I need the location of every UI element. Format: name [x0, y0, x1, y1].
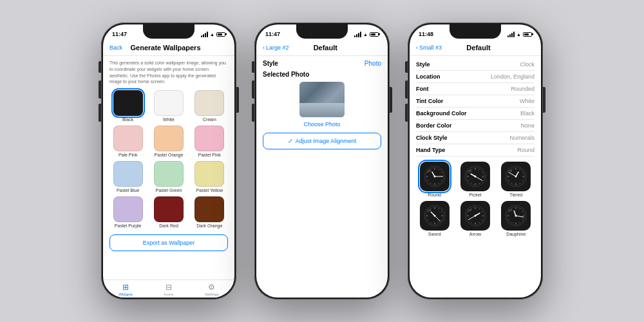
color-item[interactable]: Pastel Purple [109, 196, 146, 228]
power-button-3[interactable] [543, 87, 545, 113]
style-value[interactable]: Photo [365, 60, 381, 67]
settings-value: Numerals [509, 135, 535, 141]
color-item[interactable]: Pale Pink [109, 126, 146, 157]
color-label: White [163, 117, 175, 122]
color-item[interactable]: Pastel Yellow [191, 161, 228, 193]
color-label: Pastel Green [156, 188, 182, 193]
phone-2: 11:47 ▲ ‹ Large #2 Default [254, 23, 390, 299]
clock-style-item[interactable]: LDN Picket [457, 162, 493, 197]
adjust-icon: ⤢ [288, 138, 293, 144]
adjust-alignment-button[interactable]: ⤢ Adjust Image Alignment [263, 133, 381, 149]
clock-face: LDN [420, 201, 450, 231]
clock-face: LDN [501, 162, 531, 191]
vol-up-button-2[interactable] [252, 80, 254, 99]
clock-style-item[interactable]: LDN Tiered [498, 162, 535, 197]
color-item[interactable]: Cream [191, 90, 228, 122]
status-time-2: 11:47 [265, 31, 280, 37]
color-label: Pastel Orange [155, 153, 184, 157]
export-button[interactable]: Export as Wallpaper [109, 234, 228, 251]
notch [143, 24, 194, 39]
settings-label: Location [416, 73, 440, 80]
vol-down-button[interactable] [99, 104, 101, 122]
color-item[interactable]: Pastel Orange [150, 126, 187, 157]
color-item[interactable]: Pastel Pink [191, 126, 228, 157]
phone-3: 11:48 ▲ ‹ Small #3 Default StyleClo [408, 23, 543, 299]
svg-text:LDN: LDN [468, 209, 471, 212]
tab-bar-1: ⊞Widgets⊟Icons⚙Settings [103, 279, 234, 298]
phone-3-screen: 11:48 ▲ ‹ Small #3 Default StyleClo [410, 24, 541, 298]
back-button-3[interactable]: ‹ Small #3 [416, 44, 442, 51]
status-time-3: 11:48 [419, 31, 433, 37]
choose-photo-button[interactable]: Choose Photo [303, 121, 340, 128]
nav-title-3: Default [442, 44, 515, 52]
settings-row[interactable]: Background ColorBlack [416, 108, 535, 120]
settings-label: Clock Style [416, 135, 448, 141]
nav-title-2: Default [289, 44, 362, 52]
wifi-icon-1: ▲ [210, 32, 214, 37]
nav-bar-1: Back Generate Wallpapers [103, 41, 234, 56]
power-button-2[interactable] [390, 87, 392, 113]
settings-label: Border Color [416, 122, 452, 129]
clock-style-label: Arrow [469, 232, 481, 236]
color-item[interactable]: White [150, 90, 187, 122]
settings-value: London, England [491, 73, 535, 80]
clock-svg: LDN [463, 164, 488, 189]
svg-point-106 [515, 215, 517, 217]
back-button-2[interactable]: ‹ Large #2 [263, 44, 289, 51]
settings-row[interactable]: StyleClock [416, 59, 535, 71]
status-icons-3: ▲ [507, 32, 532, 37]
settings-row[interactable]: LocationLondon, England [416, 71, 535, 83]
settings-row[interactable]: Tint ColorWhite [416, 95, 535, 108]
signal-icon-2 [354, 32, 361, 37]
clock-style-label: Picket [469, 193, 481, 197]
silent-switch-3 [405, 61, 408, 73]
svg-point-52 [515, 176, 517, 178]
color-label: Pastel Pink [198, 153, 221, 157]
power-button[interactable] [236, 87, 239, 113]
settings-value: None [520, 122, 535, 129]
clock-style-item[interactable]: LDN Round [416, 162, 453, 197]
clock-svg: LDN [504, 164, 528, 189]
color-item[interactable]: Dark Orange [191, 196, 228, 228]
tab-item[interactable]: ⊟Icons [164, 283, 173, 296]
clock-style-item[interactable]: LDN Sword [416, 201, 453, 236]
status-time-1: 11:47 [112, 31, 127, 37]
clock-style-item[interactable]: LDN Arrow [457, 201, 493, 236]
clock-svg: LDN [504, 204, 528, 228]
color-item[interactable]: Black [109, 90, 146, 122]
svg-text:LDN: LDN [508, 170, 512, 173]
color-item[interactable]: Pastel Green [150, 161, 187, 193]
settings-row[interactable]: Clock StyleNumerals [416, 132, 535, 144]
tab-label: Settings [205, 292, 219, 296]
clock-svg: LDN [422, 204, 447, 228]
phone-2-screen: 11:47 ▲ ‹ Large #2 Default [256, 24, 388, 298]
settings-value: Rounded [511, 86, 535, 92]
clock-svg: LDN [463, 204, 488, 228]
photo-area: Choose Photo [263, 82, 381, 128]
style-row: Style Photo [263, 60, 381, 67]
clock-style-label: Tiered [510, 193, 523, 197]
settings-row[interactable]: Border ColorNone [416, 120, 535, 132]
svg-point-16 [433, 176, 435, 178]
tab-item[interactable]: ⚙Settings [205, 283, 219, 296]
settings-row[interactable]: Hand TypeRound [416, 144, 535, 156]
photo-thumbnail [299, 82, 345, 117]
color-item[interactable]: Dark Red [150, 196, 187, 228]
vol-up-button-3[interactable] [405, 80, 408, 99]
settings-row[interactable]: FontRounded [416, 83, 535, 95]
settings-value: Black [520, 110, 535, 117]
color-label: Black [122, 117, 133, 122]
color-grid: BlackWhiteCreamPale PinkPastel OrangePas… [109, 90, 228, 228]
clock-style-item[interactable]: LDN Dauphine [498, 201, 535, 236]
nav-title-1: Generate Wallpapers [122, 44, 209, 52]
vol-up-button[interactable] [99, 80, 101, 99]
settings-label: Background Color [416, 110, 467, 117]
back-button-1[interactable]: Back [109, 44, 122, 51]
color-item[interactable]: Pastel Blue [109, 161, 146, 193]
vol-down-button-3[interactable] [405, 104, 408, 122]
vol-down-button-2[interactable] [252, 104, 254, 122]
clock-style-label: Dauphine [506, 232, 526, 236]
tab-item[interactable]: ⊞Widgets [118, 283, 133, 296]
selected-photo-label: Selected Photo [263, 71, 381, 78]
phone-1: 11:47 ▲ Back Generate Wallpapers [101, 23, 236, 299]
